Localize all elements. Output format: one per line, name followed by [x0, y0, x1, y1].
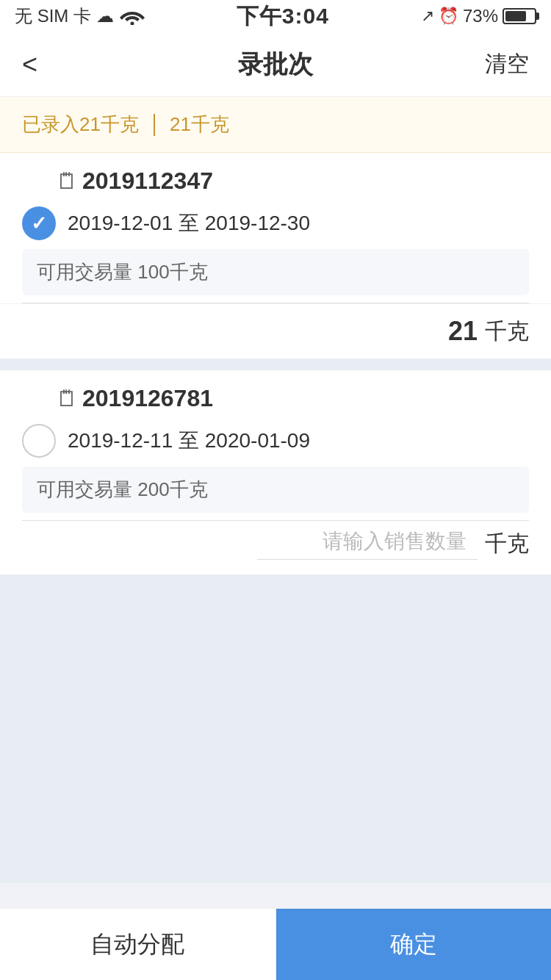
status-bar: 无 SIM 卡 ☁ 下午3:04 ↗ ⏰ 73% [0, 0, 551, 32]
nav-bar: < 录批次 清空 [0, 32, 551, 97]
confirm-button[interactable]: 确定 [276, 909, 552, 980]
battery-percent: 73% [463, 6, 498, 26]
batch-2-icon: 🗒 [56, 386, 78, 411]
batch-2-available: 可用交易量 200千克 [22, 466, 529, 513]
batch-2-id: 2019126781 [82, 385, 213, 412]
batch-1-header: 🗒 2019112347 [0, 153, 551, 202]
batch-1-radio[interactable] [22, 206, 56, 240]
batch-card-2: 🗒 2019126781 2019-12-11 至 2020-01-09 可用交… [0, 370, 551, 574]
batch-1-quantity-value: 21 [448, 316, 478, 347]
page-title: 录批次 [238, 48, 313, 82]
sim-label: 无 SIM 卡 ☁ [15, 4, 114, 28]
location-icon: ↗ [421, 7, 434, 26]
batch-1-icon: 🗒 [56, 169, 78, 194]
info-banner: 已录入21千克 21千克 [0, 97, 551, 153]
status-right: ↗ ⏰ 73% [421, 6, 536, 26]
batch-1-date: 2019-12-01 至 2019-12-30 [68, 209, 310, 237]
info-divider [154, 114, 155, 136]
batch-1-available: 可用交易量 100千克 [22, 249, 529, 295]
batch-2-radio[interactable] [22, 424, 56, 458]
batch-2-unit: 千克 [485, 529, 529, 559]
bottom-bar: 自动分配 确定 [0, 908, 551, 980]
svg-point-0 [130, 22, 134, 26]
batch-2-header: 🗒 2019126781 [0, 370, 551, 419]
battery-fill [505, 11, 526, 21]
batch-1-id: 2019112347 [82, 167, 213, 195]
battery-icon [503, 8, 536, 24]
batch-2-date: 2019-12-11 至 2020-01-09 [68, 427, 310, 455]
batch-1-date-row[interactable]: 2019-12-01 至 2019-12-30 [0, 202, 551, 245]
clear-button[interactable]: 清空 [485, 49, 529, 79]
auto-distribute-button[interactable]: 自动分配 [0, 909, 276, 980]
back-button[interactable]: < [22, 49, 66, 80]
section-divider [0, 359, 551, 370]
status-time: 下午3:04 [237, 1, 329, 32]
batch-2-input-row: 千克 [0, 521, 551, 574]
batch-2-id-row: 🗒 2019126781 [56, 385, 213, 412]
content-wrap: 🗒 2019112347 2019-12-01 至 2019-12-30 可用交… [0, 153, 551, 955]
status-left: 无 SIM 卡 ☁ [15, 4, 145, 28]
alarm-icon: ⏰ [439, 7, 458, 26]
info-label: 已录入21千克 [22, 112, 139, 137]
batch-1-quantity-row: 21 千克 [0, 303, 551, 359]
batch-2-quantity-input[interactable] [257, 528, 478, 560]
batch-2-date-row[interactable]: 2019-12-11 至 2020-01-09 [0, 419, 551, 462]
wifi-icon [120, 7, 145, 25]
empty-area [0, 574, 551, 883]
batch-1-id-row: 🗒 2019112347 [56, 167, 213, 195]
batch-1-unit: 千克 [485, 317, 529, 347]
batch-card-1: 🗒 2019112347 2019-12-01 至 2019-12-30 可用交… [0, 153, 551, 359]
info-value: 21千克 [170, 112, 229, 137]
